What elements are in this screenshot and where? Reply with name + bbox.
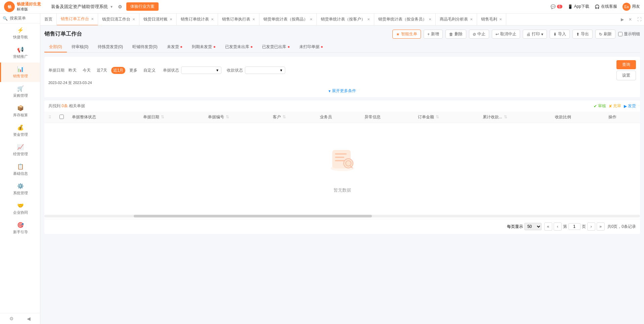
sidebar-item-enterprise[interactable]: 🤝 企业协同	[0, 199, 40, 218]
col-number[interactable]: 单据编号 ⇅	[204, 112, 269, 123]
tab-sales-order-stat[interactable]: 销售订单统计表 ✕	[177, 13, 218, 26]
col-customer[interactable]: 客户 ⇅	[269, 112, 316, 123]
set-button[interactable]: 设置	[616, 71, 636, 80]
system-dropdown-arrow[interactable]: ▾	[111, 4, 113, 9]
industry-button[interactable]: 体验行业方案	[126, 2, 159, 11]
number-sort-icon: ⇅	[226, 115, 229, 119]
date-custom[interactable]: 自定义	[141, 67, 158, 74]
tab-close-sales-exec[interactable]: ✕	[252, 17, 255, 21]
tab-cash-daily[interactable]: 钱货日清工作台 ✕	[98, 13, 139, 26]
new-button[interactable]: + 新增	[424, 30, 443, 39]
cancel-audit-button[interactable]: ✘ 充审	[609, 103, 621, 109]
app-download-button[interactable]: 📱 App下载	[568, 4, 589, 9]
tab-close-sales-order-stat[interactable]: ✕	[211, 17, 214, 21]
stop-button[interactable]: ⊘ 中止	[469, 30, 489, 39]
sub-tab-not-shipped[interactable]: 未发货 ●	[162, 42, 187, 52]
expand-filter-button[interactable]: ▾ 展开更多条件	[48, 88, 636, 94]
sidebar-item-finance[interactable]: 💰 资金管理	[0, 121, 40, 140]
cancel-stop-button[interactable]: ↩ 取消中止	[492, 30, 520, 39]
date-yesterday[interactable]: 昨天	[67, 67, 79, 74]
result-count: 共找到 0条 相关单据	[48, 103, 85, 109]
audit-button[interactable]: ✔ 审核	[594, 103, 606, 109]
sub-tab-overdue-unship[interactable]: 到期未发货 ●	[187, 42, 220, 52]
refresh-button[interactable]: ↻ 刷新	[595, 30, 615, 39]
tab-close-all[interactable]: ✕	[626, 13, 635, 26]
sub-tab-pending-review[interactable]: 待审核(0)	[67, 42, 93, 52]
tab-actions: ▶ ✕ ⛶	[619, 13, 644, 26]
logo: 畅 畅捷通好生意 标准版	[4, 1, 44, 12]
date-1month[interactable]: 近1月	[111, 67, 126, 74]
col-date[interactable]: 单据日期 ⇅	[139, 112, 204, 123]
sub-tab-shipped-not-out[interactable]: 已发货未出库 ●	[220, 42, 258, 52]
print-button[interactable]: 🖨 打印 ▾	[523, 30, 547, 39]
sub-tab-not-printed[interactable]: 未打印单据 ●	[295, 42, 328, 52]
tab-sales-staff-stat[interactable]: 销货单统计表（按业务员） ✕	[374, 13, 436, 26]
sidebar-item-quick-nav[interactable]: ⚡ 快捷导航	[0, 24, 40, 43]
sidebar-item-purchase[interactable]: 🛒 采购管理	[0, 82, 40, 102]
settings-bottom-icon[interactable]: ⚙	[9, 316, 14, 321]
svg-point-7	[344, 159, 353, 168]
sidebar-item-marketing[interactable]: 📢 营销推广	[0, 43, 40, 63]
checkbox-header[interactable]	[55, 112, 68, 123]
tab-cash-reconcile[interactable]: 钱货日清对账 ✕	[139, 13, 177, 26]
tab-close-product-margin[interactable]: ✕	[470, 17, 473, 21]
sub-tab-shipped-out[interactable]: 已发货已出库 ●	[257, 42, 295, 52]
show-detail-toggle[interactable]: 显示明细	[618, 31, 640, 37]
prev-page-button[interactable]: ‹	[554, 222, 562, 231]
status-select[interactable]: ▾	[181, 67, 221, 74]
tab-sales-order[interactable]: 销售订单工作台 ✕	[57, 13, 98, 26]
query-button[interactable]: 查询	[616, 60, 636, 69]
tab-close-sales-customer-stat[interactable]: ✕	[367, 17, 370, 21]
date-filter: 单据日期 昨天 今天 近7天 近1月 更多 自定义	[48, 67, 158, 74]
col-collected[interactable]: 累计收款... ⇅	[479, 112, 551, 123]
tab-nav-right[interactable]: ▶	[619, 13, 626, 26]
tab-close-sales-product-stat[interactable]: ✕	[310, 17, 312, 21]
tab-close-sales-staff-stat[interactable]: ✕	[429, 17, 431, 21]
tab-close-cash-reconcile[interactable]: ✕	[170, 17, 172, 21]
col-status: 单据整体状态	[68, 112, 139, 123]
date-7days[interactable]: 近7天	[95, 67, 109, 74]
import-button[interactable]: ⬇ 导入	[550, 30, 570, 39]
first-page-button[interactable]: «	[544, 222, 552, 231]
collapse-icon[interactable]: ◀	[27, 316, 31, 321]
gear-icon[interactable]: ⚙	[118, 4, 122, 9]
select-all-checkbox[interactable]	[59, 115, 64, 119]
page-size-dropdown[interactable]: 50 100 200	[524, 223, 542, 230]
show-detail-checkbox[interactable]	[618, 32, 622, 36]
sidebar-item-inventory[interactable]: 📦 库存核算	[0, 102, 40, 121]
date-today[interactable]: 今天	[81, 67, 93, 74]
message-button[interactable]: 💬 6	[551, 4, 562, 9]
tab-sales-customer-stat[interactable]: 销货单统计表（按客户） ✕	[317, 13, 374, 26]
sidebar-search[interactable]: 🔍 搜索菜单	[0, 13, 40, 24]
tab-close-cash-daily[interactable]: ✕	[132, 17, 135, 21]
sidebar-item-basic[interactable]: 📋 基础信息	[0, 160, 40, 179]
sidebar-item-sales[interactable]: 📊 销售管理	[0, 63, 40, 82]
tab-sales-exec[interactable]: 销售订单执行表 ✕	[218, 13, 259, 26]
tab-sales-product-stat[interactable]: 销货单统计表（按商品） ✕	[259, 13, 317, 26]
tab-product-margin[interactable]: 商品毛利分析表 ✕	[436, 13, 477, 26]
export-button[interactable]: ⬆ 导出	[572, 30, 593, 39]
tab-maximize[interactable]: ⛶	[635, 13, 644, 26]
page-number-input[interactable]	[568, 223, 581, 230]
online-service-button[interactable]: 🎧 在线客服	[595, 4, 617, 9]
tab-sales-more[interactable]: 销售毛利 ✕	[477, 13, 506, 26]
tab-home[interactable]: 首页	[40, 13, 57, 26]
user-menu-button[interactable]: Ea 用友	[622, 3, 640, 11]
sidebar-item-system[interactable]: ⚙️ 系统管理	[0, 179, 40, 199]
next-page-button[interactable]: ›	[587, 222, 595, 231]
payment-select[interactable]: ▾	[245, 67, 285, 74]
tab-close-sales-more[interactable]: ✕	[499, 17, 502, 21]
sub-tab-all[interactable]: 全部(0)	[44, 42, 67, 52]
delete-button[interactable]: 🗑 删除	[445, 30, 466, 39]
sub-tab-pending-check[interactable]: 待拣货发货(0)	[93, 42, 128, 52]
send-button[interactable]: ▶ 发货	[624, 103, 636, 109]
date-more[interactable]: 更多	[127, 67, 139, 74]
sidebar-item-operation[interactable]: 📈 经营管理	[0, 140, 40, 160]
last-page-button[interactable]: »	[597, 222, 605, 231]
tab-close-sales-order[interactable]: ✕	[91, 17, 94, 21]
col-amount[interactable]: 订单金额 ⇅	[414, 112, 479, 123]
sub-tab-wangpu[interactable]: 旺铺待发货(0)	[128, 42, 162, 52]
smart-create-button[interactable]: ★ 智能生单	[392, 30, 421, 39]
sidebar-item-guide[interactable]: 🎯 新手引导	[0, 218, 40, 238]
horizontal-scroll[interactable]	[44, 215, 640, 217]
